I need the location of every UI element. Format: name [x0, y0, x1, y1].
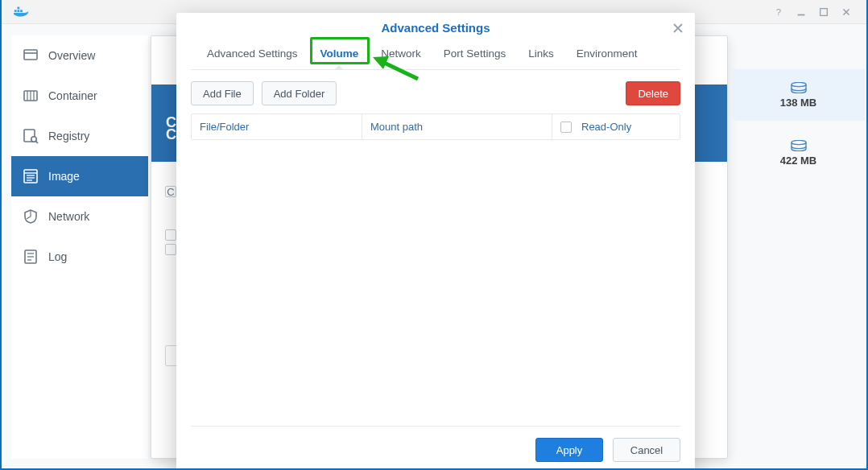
image-size-card[interactable]: 422 MB [732, 127, 865, 179]
col-header-read-only-label: Read-Only [581, 121, 631, 133]
svg-rect-1 [18, 10, 20, 12]
background-expand-control[interactable]: C [165, 186, 176, 197]
col-header-read-only[interactable]: Read-Only [552, 114, 680, 139]
sidebar-item-label: Image [48, 170, 80, 183]
sidebar-item-label: Overview [48, 49, 95, 62]
app-window: ? Overview Container Registry Image [0, 0, 868, 470]
volume-table: File/Folder Mount path Read-Only [191, 113, 680, 140]
dialog-tabs: Advanced Settings Volume Network Port Se… [191, 39, 680, 70]
sidebar-item-label: Network [48, 210, 89, 223]
svg-rect-2 [20, 10, 23, 12]
maximize-button[interactable] [815, 4, 833, 20]
dialog-footer: Apply Cancel [191, 426, 680, 462]
svg-rect-5 [798, 14, 805, 15]
col-header-mount-path[interactable]: Mount path [362, 114, 552, 139]
svg-point-25 [792, 82, 806, 86]
container-icon [23, 88, 39, 104]
image-size-value: 138 MB [780, 97, 817, 109]
tab-links[interactable]: Links [517, 39, 565, 69]
svg-point-26 [792, 140, 806, 144]
sidebar-item-label: Container [48, 89, 97, 102]
background-banner-text: C [166, 114, 176, 131]
registry-icon [23, 128, 39, 144]
minimize-button[interactable] [792, 4, 810, 20]
cancel-button[interactable]: Cancel [613, 438, 680, 462]
docker-whale-icon [13, 5, 31, 19]
sidebar-item-registry[interactable]: Registry [11, 116, 148, 156]
sidebar-item-overview[interactable]: Overview [11, 35, 148, 76]
add-file-button[interactable]: Add File [191, 81, 254, 105]
image-size-card[interactable]: 138 MB [732, 69, 865, 121]
dialog-close-button[interactable] [669, 19, 687, 37]
close-icon [672, 23, 684, 34]
svg-rect-0 [14, 10, 17, 12]
apply-button[interactable]: Apply [535, 438, 603, 462]
svg-point-14 [31, 137, 36, 142]
delete-button[interactable]: Delete [626, 81, 680, 105]
tab-port-settings[interactable]: Port Settings [432, 39, 517, 69]
log-icon [23, 249, 39, 265]
image-icon [23, 168, 39, 184]
sidebar: Overview Container Registry Image Networ… [11, 35, 148, 459]
sidebar-item-container[interactable]: Container [11, 76, 148, 116]
overview-icon [23, 47, 39, 64]
window-close-button[interactable] [837, 4, 855, 20]
svg-rect-6 [820, 8, 828, 15]
svg-rect-3 [18, 6, 20, 9]
tab-environment[interactable]: Environment [565, 39, 649, 69]
advanced-settings-dialog: Advanced Settings Advanced Settings Volu… [176, 13, 695, 470]
background-checkbox[interactable] [165, 229, 176, 241]
sidebar-item-label: Log [48, 250, 67, 263]
tab-volume[interactable]: Volume [309, 39, 370, 69]
svg-rect-7 [24, 50, 37, 60]
add-folder-button[interactable]: Add Folder [262, 81, 337, 105]
tab-advanced-settings[interactable]: Advanced Settings [196, 39, 309, 69]
sidebar-item-label: Registry [48, 130, 89, 142]
sidebar-item-network[interactable]: Network [11, 196, 148, 237]
network-icon [23, 208, 39, 225]
tab-network[interactable]: Network [370, 39, 432, 69]
disk-stack-icon [790, 140, 808, 151]
background-checkbox[interactable] [165, 244, 176, 255]
dialog-title: Advanced Settings [176, 13, 695, 39]
help-button[interactable]: ? [770, 4, 787, 20]
svg-line-15 [35, 141, 38, 143]
volume-toolbar: Add File Add Folder Delete [176, 70, 695, 113]
col-header-file-folder[interactable]: File/Folder [192, 114, 362, 139]
svg-text:?: ? [776, 6, 781, 16]
app-content: Overview Container Registry Image Networ… [3, 24, 865, 467]
image-size-value: 422 MB [780, 155, 817, 167]
sidebar-item-log[interactable]: Log [11, 237, 148, 277]
disk-stack-icon [790, 82, 808, 93]
table-header-row: File/Folder Mount path Read-Only [192, 114, 680, 139]
sidebar-item-image[interactable]: Image [11, 156, 148, 196]
read-only-header-checkbox[interactable] [560, 122, 572, 133]
